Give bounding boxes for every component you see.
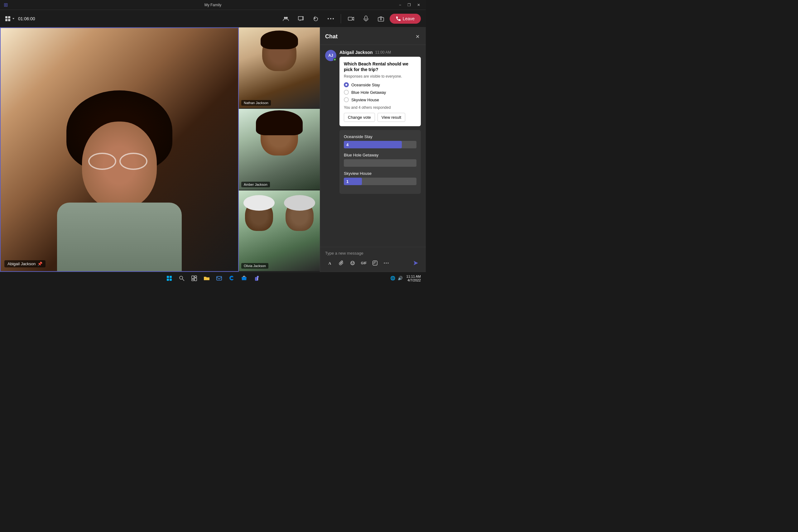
volume-icon: 🔊 bbox=[398, 276, 403, 281]
avatar-status bbox=[333, 58, 336, 61]
app-icon: ⊞ bbox=[4, 2, 8, 8]
share-icon bbox=[378, 16, 384, 21]
result-bar-fill-1 bbox=[344, 159, 346, 167]
svg-line-23 bbox=[182, 279, 184, 281]
sidebar-video-2: Olivia Jackson bbox=[239, 190, 320, 272]
poll-option-0[interactable]: Oceanside Stay bbox=[344, 82, 416, 87]
message-content: Abigail Jackson 11:00 AM Which Beach Ren… bbox=[340, 50, 421, 194]
task-view-button[interactable] bbox=[190, 274, 198, 283]
store-button[interactable] bbox=[240, 274, 248, 283]
leave-label: Leave bbox=[403, 16, 415, 21]
mail-icon bbox=[216, 276, 222, 281]
sidebar-hair-2b bbox=[284, 195, 315, 211]
sidebar-participant-name-0: Nathan Jackson bbox=[244, 101, 268, 105]
more-chat-button[interactable] bbox=[381, 258, 391, 268]
sidebar-hair-1 bbox=[256, 110, 303, 135]
toolbar-right: Leave bbox=[280, 13, 421, 25]
body-shape bbox=[57, 203, 182, 271]
file-explorer-icon bbox=[204, 276, 210, 281]
format-button[interactable]: A bbox=[325, 258, 335, 268]
minimize-button[interactable]: − bbox=[397, 2, 403, 8]
result-bar-bg-2: 1 bbox=[344, 178, 416, 185]
sidebar-video-bg-2 bbox=[239, 190, 320, 271]
more-options-button[interactable] bbox=[324, 13, 337, 25]
svg-rect-28 bbox=[217, 277, 222, 280]
store-icon bbox=[241, 276, 247, 281]
result-label-0: Oceanside Stay bbox=[344, 134, 416, 139]
svg-point-5 bbox=[284, 17, 286, 19]
camera-icon bbox=[348, 16, 354, 21]
svg-point-20 bbox=[386, 263, 387, 264]
change-vote-button[interactable]: Change vote bbox=[344, 113, 375, 122]
sidebar-video-1: Amber Jackson bbox=[239, 109, 320, 190]
send-button[interactable] bbox=[411, 258, 421, 268]
poll-option-label-0: Oceanside Stay bbox=[351, 82, 380, 87]
participants-button[interactable] bbox=[280, 13, 292, 25]
face-shape bbox=[82, 121, 157, 209]
taskbar-clock: 11:11 AM 4/7/2022 bbox=[406, 274, 421, 282]
taskbar-right: 🌐 🔊 11:11 AM 4/7/2022 bbox=[390, 274, 421, 282]
raise-hand-button[interactable] bbox=[309, 13, 322, 25]
meeting-timer: 01:06:00 bbox=[18, 16, 35, 21]
leave-button[interactable]: Leave bbox=[390, 14, 421, 24]
view-result-button[interactable]: View result bbox=[378, 113, 405, 122]
mic-button[interactable] bbox=[360, 13, 372, 25]
network-icon: 🌐 bbox=[390, 276, 395, 281]
chat-close-button[interactable]: ✕ bbox=[414, 33, 421, 41]
chat-toolbar: A GIF bbox=[325, 258, 421, 268]
windows-icon bbox=[167, 276, 172, 281]
file-explorer-button[interactable] bbox=[202, 274, 211, 283]
share-button[interactable] bbox=[375, 13, 387, 25]
svg-rect-10 bbox=[348, 17, 352, 20]
window-controls: − ❐ ✕ bbox=[397, 2, 422, 8]
poll-question: Which Beach Rental should we pick for th… bbox=[344, 61, 416, 72]
layout-button[interactable] bbox=[5, 16, 15, 21]
message-row: AJ Abigail Jackson 11:00 AM Which Beach … bbox=[325, 50, 421, 194]
edge-button[interactable] bbox=[227, 274, 236, 283]
gif-button[interactable]: GIF bbox=[359, 258, 369, 268]
mic-icon bbox=[363, 16, 368, 22]
gif-label: GIF bbox=[361, 261, 366, 265]
search-taskbar-button[interactable] bbox=[177, 274, 186, 283]
sticker-icon bbox=[373, 261, 378, 266]
chat-input-area: Type a new message A bbox=[320, 247, 426, 272]
poll-option-1[interactable]: Blue Hole Getaway bbox=[344, 90, 416, 95]
title-bar: ⊞ My Family − ❐ ✕ bbox=[0, 0, 426, 10]
meeting-toolbar: 01:06:00 bbox=[0, 10, 426, 27]
attach-button[interactable] bbox=[336, 258, 346, 268]
result-item-2: Skyview House 1 bbox=[344, 171, 416, 185]
radio-bluehole[interactable] bbox=[344, 90, 349, 95]
svg-text:A: A bbox=[328, 261, 331, 266]
more-icon bbox=[328, 18, 334, 19]
sidebar-hair-2a bbox=[244, 195, 274, 211]
sticker-button[interactable] bbox=[370, 258, 380, 268]
poll-option-2[interactable]: Skyview House bbox=[344, 97, 416, 102]
main-video-nametag: Abigail Jackson 📌 bbox=[4, 260, 45, 267]
emoji-button[interactable] bbox=[347, 258, 358, 268]
chat-header: Chat ✕ bbox=[320, 27, 426, 45]
mail-button[interactable] bbox=[215, 274, 224, 283]
radio-oceanside[interactable] bbox=[344, 82, 349, 87]
svg-point-9 bbox=[332, 18, 334, 19]
close-button[interactable]: ✕ bbox=[415, 2, 422, 8]
chat-button[interactable] bbox=[294, 13, 307, 25]
main-video-placeholder bbox=[1, 28, 238, 271]
person-silhouette bbox=[41, 84, 197, 271]
result-bar-bg-0: 4 bbox=[344, 141, 416, 148]
svg-rect-1 bbox=[8, 16, 10, 18]
dropdown-icon bbox=[12, 17, 15, 20]
svg-point-6 bbox=[286, 17, 288, 19]
edge-icon bbox=[229, 276, 234, 281]
attach-icon bbox=[339, 261, 344, 266]
maximize-button[interactable]: ❐ bbox=[405, 2, 413, 8]
radio-skyview[interactable] bbox=[344, 97, 349, 102]
svg-point-30 bbox=[257, 276, 259, 278]
sidebar-nametag-0: Nathan Jackson bbox=[241, 100, 271, 106]
svg-point-21 bbox=[388, 263, 389, 264]
results-card: Oceanside Stay 4 Blue Hole Getaway bbox=[340, 130, 421, 194]
toolbar-left: 01:06:00 bbox=[5, 16, 35, 21]
teams-button[interactable] bbox=[252, 274, 261, 283]
camera-button[interactable] bbox=[345, 13, 357, 25]
svg-rect-0 bbox=[5, 16, 7, 18]
start-button[interactable] bbox=[165, 274, 174, 283]
